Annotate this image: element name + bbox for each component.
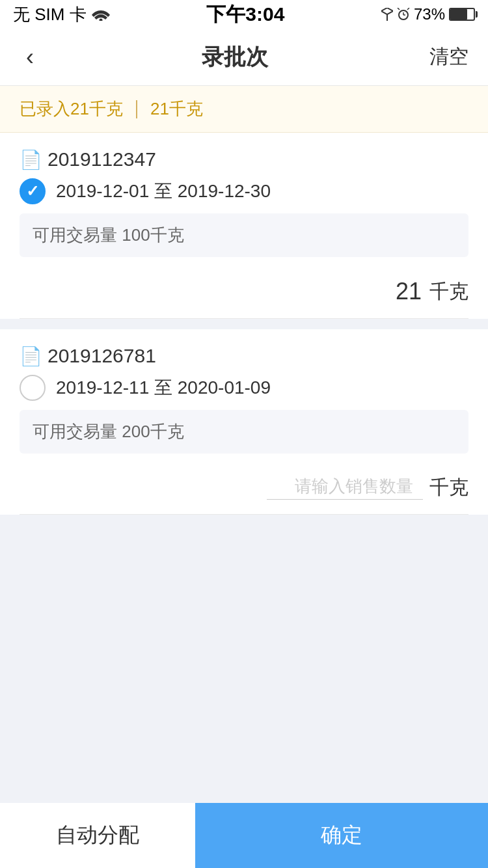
battery-icon	[449, 8, 475, 21]
card-separator-1	[0, 319, 488, 329]
batch-2-header: 📄 2019126781	[20, 345, 468, 367]
recorded-value: 21千克	[150, 98, 203, 120]
batch-1-date: 2019-12-01 至 2019-12-30	[56, 179, 271, 204]
batch-1-check: ✓	[26, 182, 39, 200]
content-filler	[0, 515, 488, 827]
wifi-icon	[92, 8, 110, 21]
svg-point-0	[99, 19, 102, 21]
clear-button[interactable]: 清空	[429, 44, 468, 70]
nav-bar: ‹ 录批次 清空	[0, 29, 488, 86]
batch-1-available: 可用交易量 100千克	[20, 213, 468, 257]
batch-1-quantity-row: 21 千克	[20, 267, 468, 319]
back-button[interactable]: ‹	[20, 37, 40, 77]
batch-2-available: 可用交易量 200千克	[20, 410, 468, 454]
status-time: 下午3:04	[206, 1, 284, 28]
battery-percent: 73%	[414, 5, 445, 23]
batch-2-id: 2019126781	[47, 345, 156, 367]
batch-1-date-row[interactable]: ✓ 2019-12-01 至 2019-12-30	[20, 178, 468, 204]
batch-2-date: 2019-12-11 至 2020-01-09	[56, 375, 271, 400]
batch-card-2: 📄 2019126781 2019-12-11 至 2020-01-09 可用交…	[0, 329, 488, 515]
auto-distribute-button[interactable]: 自动分配	[0, 803, 195, 868]
batch-1-header: 📄 2019112347	[20, 148, 468, 170]
quantity-input[interactable]	[267, 476, 423, 496]
batch-2-input-row[interactable]: 千克	[20, 464, 468, 515]
svg-line-6	[407, 8, 409, 10]
banner-divider	[136, 100, 137, 118]
battery-fill	[450, 9, 467, 20]
batch-1-icon: 📄	[20, 149, 42, 170]
batch-1-quantity-unit: 千克	[429, 278, 468, 305]
batch-2-icon: 📄	[20, 346, 42, 367]
alarm-icon	[397, 8, 410, 21]
recorded-label: 已录入21千克	[20, 98, 123, 120]
batch-card-1: 📄 2019112347 ✓ 2019-12-01 至 2019-12-30 可…	[0, 133, 488, 319]
quantity-input-wrapper[interactable]	[267, 476, 423, 500]
batch-1-quantity-value: 21	[396, 278, 422, 305]
location-icon	[381, 8, 393, 21]
status-left: 无 SIM 卡	[13, 3, 110, 26]
batch-2-unit: 千克	[429, 474, 468, 501]
batch-2-radio[interactable]	[20, 375, 46, 401]
svg-line-5	[398, 8, 400, 10]
info-banner: 已录入21千克 21千克	[0, 86, 488, 133]
bottom-bar: 自动分配 确定	[0, 803, 488, 868]
batch-1-id: 2019112347	[47, 148, 156, 170]
batch-1-radio[interactable]: ✓	[20, 178, 46, 204]
status-right: 73%	[381, 5, 475, 23]
confirm-button[interactable]: 确定	[195, 803, 488, 868]
batch-2-date-row[interactable]: 2019-12-11 至 2020-01-09	[20, 375, 468, 401]
no-sim-text: 无 SIM 卡	[13, 3, 87, 26]
status-bar: 无 SIM 卡 下午3:04 73%	[0, 0, 488, 29]
page-title: 录批次	[202, 42, 268, 72]
